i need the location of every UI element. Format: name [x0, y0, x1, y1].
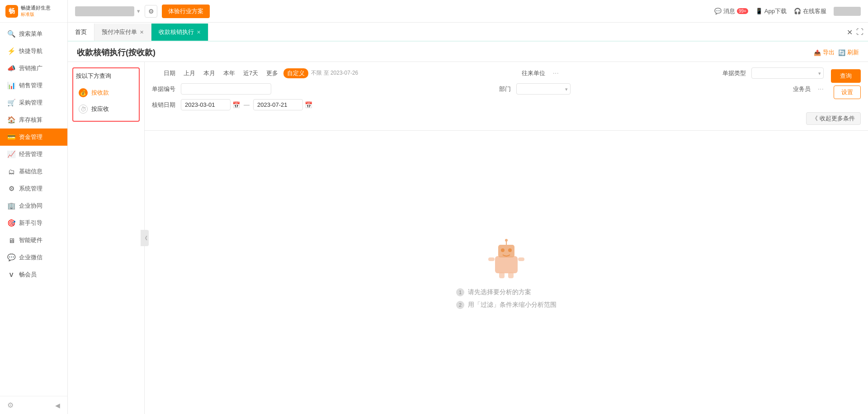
refresh-button[interactable]: 🔄 刷新: [838, 48, 859, 57]
sidebar-item-basics[interactable]: 🗂 基础信息: [0, 163, 67, 180]
app-icon: 📱: [755, 8, 763, 14]
svg-rect-8: [499, 272, 505, 278]
department-select[interactable]: [516, 83, 571, 95]
bill-type-select[interactable]: [751, 67, 824, 79]
sidebar-item-member[interactable]: V 畅会员: [0, 266, 67, 283]
filter-item-by-receipt[interactable]: 💰 按收款: [76, 85, 136, 101]
salesperson-select-btn[interactable]: ···: [818, 85, 824, 93]
filter-item-by-receivable[interactable]: ⏱ 按应收: [76, 101, 136, 117]
beginner-icon: 🎯: [7, 219, 15, 227]
department-label: 部门: [487, 85, 511, 93]
sidebar-item-system[interactable]: ⚙ 系统管理: [0, 180, 67, 197]
industry-solution-button[interactable]: 体验行业方案: [162, 5, 210, 18]
message-icon: 💬: [714, 8, 722, 14]
empty-robot-icon: [484, 236, 529, 281]
logo-name: 畅捷通好生意: [21, 5, 51, 11]
verify-date-start-calendar[interactable]: 📅: [232, 101, 240, 109]
sidebar-label-inventory: 库存核算: [19, 116, 42, 124]
close-tab-btn[interactable]: ✕: [847, 28, 853, 37]
svg-rect-7: [518, 257, 524, 261]
service-button[interactable]: 🎧 在线客服: [794, 7, 826, 15]
content-area: 收款核销执行(按收款) 📤 导出 🔄 刷新 按以下方查询 💰: [68, 42, 868, 414]
filter-row-2: 单据编号 部门 业务员: [152, 83, 824, 95]
sidebar-item-hardware[interactable]: 🖥 智能硬件: [0, 232, 67, 249]
query-button[interactable]: 查询: [831, 69, 861, 83]
verify-date-wrap: 📅 — 📅: [181, 99, 312, 110]
collapse-more-button[interactable]: 《 收起更多条件: [806, 112, 861, 125]
app-download-button[interactable]: 📱 App下载: [755, 7, 787, 15]
sidebar-item-collab[interactable]: 🏢 企业协同: [0, 197, 67, 214]
tab-home-label: 首页: [75, 28, 87, 36]
verify-date-start-input[interactable]: [181, 99, 231, 110]
this-year-btn[interactable]: 本年: [221, 68, 238, 78]
tab-prepay-close[interactable]: ✕: [140, 29, 144, 35]
tip-num-1: 1: [456, 288, 464, 296]
tabs-bar: 首页 预付冲应付单 ✕ 收款核销执行 ✕ ✕ ⛶: [68, 23, 868, 42]
collapse-sidebar-icon[interactable]: ◀: [55, 402, 60, 409]
sidebar-label-funds: 资金管理: [19, 133, 42, 141]
filter-bar: 日期 上月 本月 本年 近7天 更多 自定义 不限 至 2023-07-26: [145, 62, 868, 131]
dropdown-icon[interactable]: ▾: [137, 8, 140, 14]
sidebar-item-operations[interactable]: 📈 经营管理: [0, 146, 67, 163]
filter-row-3: 核销日期 📅 — 📅: [152, 99, 824, 110]
sidebar-label-quick-nav: 快捷导航: [19, 47, 42, 55]
filter-receivable-label: 按应收: [91, 105, 109, 113]
purchase-icon: 🛒: [7, 99, 15, 107]
sidebar-item-quick-nav[interactable]: ⚡ 快捷导航: [0, 43, 67, 60]
sidebar-item-inventory[interactable]: 🏠 库存核算: [0, 111, 67, 128]
topbar-left: ▾ ⚙ 体验行业方案: [75, 5, 210, 18]
date-buttons: 上月 本月 本年 近7天 更多 自定义 不限 至 2023-07-26: [181, 68, 358, 78]
sidebar-item-marketing[interactable]: 📣 营销推广: [0, 60, 67, 77]
logo-icon: 畅: [5, 5, 18, 18]
sidebar-item-sales[interactable]: 📊 销售管理: [0, 77, 67, 94]
svg-point-5: [505, 239, 508, 242]
message-label: 消息: [723, 7, 735, 15]
inventory-icon: 🏠: [7, 116, 15, 124]
custom-date-btn[interactable]: 自定义: [283, 68, 308, 78]
sidebar-bottom: ⚙ ◀: [0, 396, 67, 414]
svg-rect-0: [495, 256, 518, 273]
this-month-btn[interactable]: 本月: [201, 68, 218, 78]
sidebar-item-purchase[interactable]: 🛒 采购管理: [0, 94, 67, 111]
topbar: ▾ ⚙ 体验行业方案 💬 消息 99+ 📱 App下载 🎧 在线客服: [68, 0, 868, 23]
export-button[interactable]: 📤 导出: [814, 48, 835, 57]
settings-button[interactable]: ⚙: [145, 5, 157, 18]
tab-prepay-label: 预付冲应付单: [102, 28, 137, 36]
tip-text-1: 请先选择要分析的方案: [468, 288, 531, 296]
empty-tip-1: 1 请先选择要分析的方案: [456, 288, 557, 296]
sidebar-label-search: 搜索菜单: [19, 30, 42, 38]
verify-date-end-calendar[interactable]: 📅: [305, 101, 312, 109]
settings-button-filter[interactable]: 设置: [834, 86, 861, 99]
sidebar-item-search[interactable]: 🔍 搜索菜单: [0, 25, 67, 43]
verify-date-end-input[interactable]: [253, 99, 303, 110]
filter-panel-title: 按以下方查询: [76, 72, 136, 80]
last-7-days-btn[interactable]: 近7天: [241, 68, 261, 78]
sidebar-label-member: 畅会员: [19, 271, 37, 279]
tab-verify[interactable]: 收款核销执行 ✕: [151, 24, 208, 41]
tip-num-2: 2: [456, 301, 464, 309]
bill-no-input[interactable]: [181, 83, 271, 95]
sidebar: 畅 畅捷通好生意 标准版 🔍 搜索菜单 ⚡ 快捷导航 📣 营销推广 📊 销售管理…: [0, 0, 68, 414]
company-name: [75, 6, 134, 16]
sidebar-label-purchase: 采购管理: [19, 99, 42, 107]
sidebar-item-funds[interactable]: 💳 资金管理: [0, 128, 67, 146]
settings-icon[interactable]: ⚙: [7, 401, 14, 409]
tab-prepay[interactable]: 预付冲应付单 ✕: [94, 24, 151, 41]
page-header-actions: 📤 导出 🔄 刷新: [814, 48, 859, 57]
sidebar-label-collab: 企业协同: [19, 202, 42, 210]
message-button[interactable]: 💬 消息 99+: [714, 7, 748, 15]
sidebar-item-beginner[interactable]: 🎯 新手引导: [0, 214, 67, 232]
more-date-btn[interactable]: 更多: [264, 68, 281, 78]
filter-panel-collapse[interactable]: 《: [141, 230, 149, 246]
message-badge: 99+: [737, 8, 748, 14]
tab-home[interactable]: 首页: [68, 24, 94, 41]
date-label: 日期: [152, 69, 175, 77]
filter-bar-inner: 日期 上月 本月 本年 近7天 更多 自定义 不限 至 2023-07-26: [152, 67, 861, 110]
expand-tab-btn[interactable]: ⛶: [856, 28, 863, 36]
counterpart-select-btn[interactable]: ···: [552, 69, 558, 77]
last-month-btn[interactable]: 上月: [181, 68, 198, 78]
tab-verify-close[interactable]: ✕: [197, 29, 201, 35]
sidebar-label-basics: 基础信息: [19, 167, 42, 176]
sidebar-label-wechat: 企业微信: [19, 253, 42, 262]
sidebar-item-wechat[interactable]: 💬 企业微信: [0, 249, 67, 266]
